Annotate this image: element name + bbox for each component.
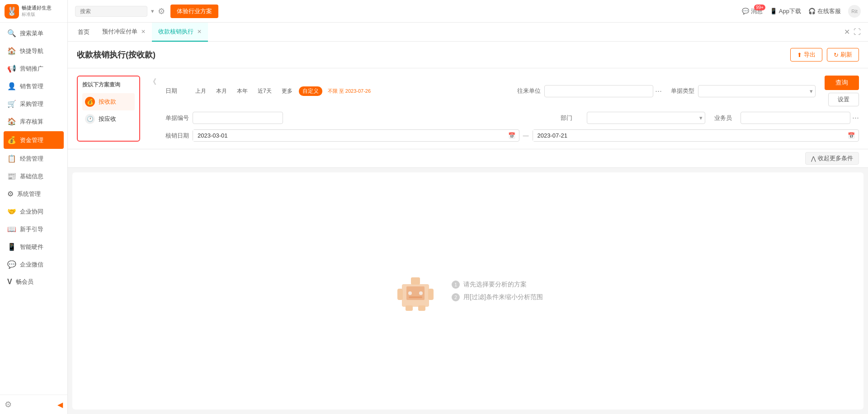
- header-dropdown-icon[interactable]: ▾: [151, 8, 154, 14]
- tab-bar: 首页 预付冲应付单 ✕ 收款核销执行 ✕ ✕ ⛶: [68, 23, 868, 42]
- export-button[interactable]: ⬆ 导出: [790, 48, 822, 62]
- writeoff-date-start-wrapper: 📅: [193, 129, 519, 142]
- tab-prepay-close[interactable]: ✕: [141, 29, 146, 35]
- sidebar-item-label: 销售管理: [20, 82, 43, 90]
- sidebar-item-label: 快捷导航: [20, 47, 43, 55]
- receipt-option-icon: 💰: [85, 97, 95, 107]
- sidebar-bottom: ⚙ ◀: [0, 395, 67, 414]
- app-download-button[interactable]: 📱 App下载: [770, 7, 801, 15]
- online-service-button[interactable]: 🎧 在线客服: [808, 7, 841, 15]
- doc-type-label: 单据类型: [671, 87, 694, 95]
- tab-home[interactable]: 首页: [71, 23, 96, 42]
- sidebar-item-smart-hw[interactable]: 📱 智能硬件: [0, 238, 67, 256]
- doc-no-field: 单据编号: [165, 112, 552, 124]
- dept-select[interactable]: [587, 112, 705, 124]
- collapse-more-button[interactable]: ⋀ 收起更多条件: [805, 152, 859, 165]
- sidebar-item-system[interactable]: ⚙ 系统管理: [0, 185, 67, 203]
- industry-solution-button[interactable]: 体验行业方案: [170, 5, 218, 18]
- sidebar-item-wechat[interactable]: 💬 企业微信: [0, 256, 67, 273]
- user-menu-button[interactable]: Rit: [848, 5, 861, 18]
- service-icon: 🎧: [808, 8, 816, 14]
- sidebar-item-operations[interactable]: 📋 经营管理: [0, 150, 67, 167]
- partner-label: 往来单位: [517, 87, 541, 95]
- calendar-start-icon[interactable]: 📅: [505, 132, 519, 139]
- export-icon: ⬆: [797, 52, 802, 58]
- partner-field: 往来单位 ···: [517, 85, 662, 97]
- sidebar-item-label: 智能硬件: [20, 243, 43, 251]
- filter-actions: 查询 设置: [825, 76, 859, 106]
- sidebar-item-label: 资金管理: [20, 136, 43, 144]
- quick-nav-icon: 🏠: [7, 47, 16, 55]
- query-button[interactable]: 查询: [825, 76, 859, 90]
- purchase-icon: 🛒: [7, 100, 16, 108]
- staff-label: 业务员: [714, 114, 737, 122]
- sidebar-item-basic-info[interactable]: 📰 基础信息: [0, 167, 67, 185]
- receipt-option-label: 按收款: [99, 98, 116, 106]
- filter-left-panel: 按以下方案查询 💰 按收款 🕐 按应收: [77, 76, 140, 142]
- filter-form: 日期 上月 本月 本年 近7天 更多 自定义 不限 至 2023-07-26: [165, 76, 859, 142]
- sidebar-item-enterprise[interactable]: 🤝 企业协同: [0, 203, 67, 220]
- doc-no-input[interactable]: [193, 112, 283, 124]
- finance-icon: 💰: [7, 136, 16, 144]
- collapse-more-bar: ⋀ 收起更多条件: [68, 149, 868, 168]
- online-service-label: 在线客服: [817, 7, 841, 15]
- filter-settings-button[interactable]: 设置: [828, 93, 859, 106]
- tab-prepay[interactable]: 预付冲应付单 ✕: [96, 23, 152, 42]
- empty-tip-1: 1 请先选择要分析的方案: [452, 281, 543, 289]
- collapse-sidebar-icon[interactable]: ◀: [57, 400, 63, 409]
- sidebar-item-finance[interactable]: 💰 资金管理: [4, 131, 64, 149]
- doc-no-label: 单据编号: [165, 114, 189, 122]
- page-title: 收款核销执行(按收款): [77, 49, 156, 67]
- sidebar-item-member[interactable]: V 畅会员: [0, 273, 67, 290]
- tab-maximize-icon[interactable]: ⛶: [854, 28, 861, 36]
- partner-input[interactable]: [544, 85, 653, 97]
- user-name: Rit: [851, 9, 857, 14]
- svg-rect-4: [409, 296, 422, 298]
- empty-tip-2: 2 用[过滤]条件来缩小分析范围: [452, 293, 543, 301]
- header-search-area: ▾ ⚙: [75, 6, 165, 17]
- date-tag-custom[interactable]: 自定义: [299, 86, 322, 96]
- svg-rect-8: [406, 305, 413, 311]
- message-button[interactable]: 💬 消息 99+: [742, 7, 763, 15]
- settings-icon[interactable]: ⚙: [5, 400, 12, 409]
- writeoff-date-field: 核销日期 📅 — 📅: [165, 129, 859, 142]
- calendar-end-icon[interactable]: 📅: [844, 132, 859, 139]
- sidebar-item-purchase[interactable]: 🛒 采购管理: [0, 95, 67, 113]
- date-tag-last-month[interactable]: 上月: [192, 86, 210, 96]
- tab-receipt-writeoff-close[interactable]: ✕: [197, 29, 202, 35]
- doc-type-select[interactable]: [698, 85, 816, 97]
- tab-receipt-writeoff[interactable]: 收款核销执行 ✕: [152, 23, 208, 42]
- writeoff-date-label: 核销日期: [165, 132, 189, 140]
- header-search-input[interactable]: [75, 6, 147, 17]
- svg-rect-9: [418, 305, 425, 311]
- writeoff-date-start-input[interactable]: [193, 130, 505, 141]
- basic-info-icon: 📰: [7, 172, 16, 181]
- partner-more-icon[interactable]: ···: [655, 86, 662, 96]
- writeoff-date-end-input[interactable]: [533, 130, 844, 141]
- staff-input[interactable]: [741, 112, 850, 124]
- date-tag-more[interactable]: 更多: [278, 86, 296, 96]
- svg-point-2: [408, 291, 412, 295]
- guide-icon: 📖: [7, 225, 16, 233]
- tab-close-all-icon[interactable]: ✕: [844, 28, 850, 36]
- refresh-button[interactable]: ↻ 刷新: [827, 48, 859, 62]
- sidebar-item-quick-nav[interactable]: 🏠 快捷导航: [0, 42, 67, 60]
- filter-panel-collapse-btn[interactable]: 《: [147, 77, 158, 87]
- staff-more-icon[interactable]: ···: [852, 113, 859, 123]
- filter-option-by-receivable[interactable]: 🕐 按应收: [82, 110, 135, 128]
- logo-text: 畅捷通好生意: [22, 5, 52, 11]
- sidebar-item-marketing[interactable]: 📢 营销推广: [0, 60, 67, 77]
- date-tag-this-month[interactable]: 本月: [212, 86, 231, 96]
- tab-actions: ✕ ⛶: [840, 28, 864, 36]
- date-tag-this-year[interactable]: 本年: [233, 86, 251, 96]
- date-tag-7days[interactable]: 近7天: [254, 86, 275, 96]
- sidebar-item-search[interactable]: 🔍 搜索菜单: [0, 24, 67, 42]
- sidebar-item-label: 企业微信: [20, 261, 43, 269]
- sidebar-item-guide[interactable]: 📖 新手引导: [0, 220, 67, 238]
- main-area: ▾ ⚙ 体验行业方案 💬 消息 99+ 📱 App下载 🎧 在线客服 Rit: [68, 0, 868, 414]
- filter-option-by-receipt[interactable]: 💰 按收款: [82, 93, 135, 110]
- sidebar-item-inventory[interactable]: 🏠 库存核算: [0, 113, 67, 130]
- avatar: Rit: [848, 5, 861, 18]
- header-settings-icon[interactable]: ⚙: [158, 6, 165, 16]
- sidebar-item-sales[interactable]: 👤 销售管理: [0, 77, 67, 95]
